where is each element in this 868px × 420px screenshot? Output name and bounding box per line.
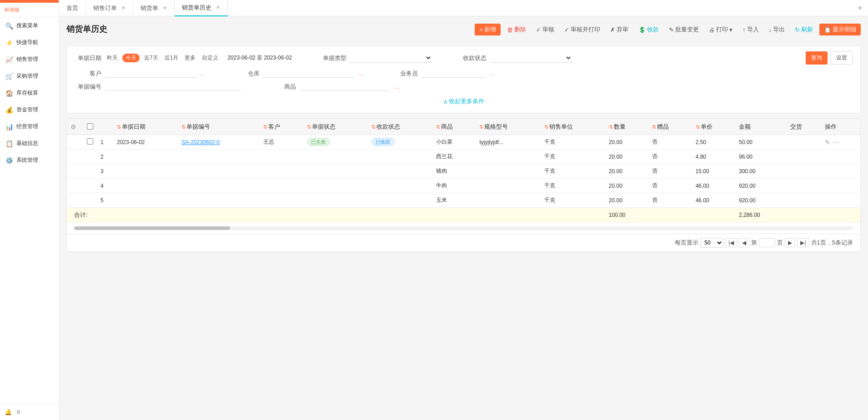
payment-status-select[interactable] xyxy=(490,53,572,63)
date-tab-1month[interactable]: 近1月 xyxy=(163,54,181,62)
td-exchange-2 xyxy=(787,150,821,164)
sidebar-item-search-menu[interactable]: 🔍 搜索菜单 xyxy=(0,17,59,34)
export-button[interactable]: ↓ 导出 xyxy=(765,24,789,35)
sidebar-item-sales[interactable]: 📈 销售管理 xyxy=(0,51,59,68)
sales-person-input[interactable] xyxy=(421,69,485,78)
sidebar-item-basic[interactable]: 📋 基础信息 xyxy=(0,135,59,152)
sidebar-item-inventory[interactable]: 🏠 库存核算 xyxy=(0,85,59,101)
th-goods[interactable]: ⇅商品 xyxy=(432,119,476,135)
th-checkbox[interactable] xyxy=(83,119,97,135)
sidebar-item-finance[interactable]: 💰 资金管理 xyxy=(0,101,59,118)
th-spec[interactable]: ⇅规格型号 xyxy=(476,119,540,135)
date-tab-custom[interactable]: 自定义 xyxy=(200,54,220,62)
td-index-2: 2 xyxy=(97,150,113,164)
print-button[interactable]: 🖨 打印 ▾ xyxy=(705,24,736,35)
td-docno-4 xyxy=(178,179,260,193)
goods-input[interactable] xyxy=(300,82,391,91)
sort-icon-goods: ⇅ xyxy=(436,124,440,130)
prev-page-button[interactable]: ◀ xyxy=(739,238,749,247)
sales-person-ellipsis[interactable]: … xyxy=(489,70,494,77)
discard-button[interactable]: ✗ 弃审 xyxy=(607,24,632,35)
refresh-button[interactable]: ↻ 刷新 xyxy=(791,24,817,35)
th-qty[interactable]: ⇅数量 xyxy=(605,119,648,135)
batch-change-button[interactable]: ✎ 批量变更 xyxy=(665,24,702,35)
collapse-button[interactable]: ∧ 收起更多条件 xyxy=(74,95,853,107)
filter-row-2: 客户 … 仓库 … 业务员 … xyxy=(74,69,853,78)
close-sales-delivery-tab[interactable]: ✕ xyxy=(163,5,167,11)
sidebar-item-purchase[interactable]: 🛒 采购管理 xyxy=(0,68,59,85)
td-exchange-1 xyxy=(787,135,821,150)
th-settings[interactable]: ⚙ xyxy=(67,119,83,135)
customer-ellipsis[interactable]: … xyxy=(200,70,205,77)
sidebar-item-system[interactable]: ⚙️ 系统管理 xyxy=(0,152,59,169)
sort-icon-qty: ⇅ xyxy=(609,124,613,130)
th-doc-no[interactable]: ⇅单据编号 xyxy=(178,119,260,135)
table-footer: 每页显示 50 100 |◀ ◀ 第 1 页 ▶ ▶| 共1页，5条记录 xyxy=(67,234,860,251)
add-button[interactable]: + 新增 xyxy=(475,24,501,35)
tab-sales-delivery[interactable]: 销货单 ✕ xyxy=(133,0,175,16)
audit-icon: ✓ xyxy=(536,26,541,33)
audit-button[interactable]: ✓ 审核 xyxy=(532,24,558,35)
query-button[interactable]: 查询 xyxy=(806,51,828,65)
edit-icon-1[interactable]: ✎ xyxy=(825,139,830,146)
td-docno-1[interactable]: SA-20230602-0 xyxy=(178,135,260,150)
tab-sales-history[interactable]: 销货单历史 ✕ xyxy=(175,0,228,16)
settings-gear-icon[interactable]: ⚙ xyxy=(70,123,76,130)
total-records: 共1页，5条记录 xyxy=(811,239,853,247)
per-page-select[interactable]: 50 100 xyxy=(700,238,723,248)
td-customer-2 xyxy=(260,150,303,164)
th-exchange: 交货 xyxy=(787,119,821,135)
sidebar-bottom-icon1[interactable]: 🔔 xyxy=(5,409,12,415)
td-customer-5 xyxy=(260,193,303,208)
import-button[interactable]: ↑ 导入 xyxy=(739,24,763,35)
td-qty-4: 20.00 xyxy=(605,179,648,193)
th-unit[interactable]: ⇅销售单位 xyxy=(541,119,605,135)
settings-button[interactable]: 设置 xyxy=(830,51,853,65)
close-sales-history-tab[interactable]: ✕ xyxy=(216,5,220,10)
audit-print-button[interactable]: ✓ 审核并打印 xyxy=(561,24,604,35)
collect-button[interactable]: 💲 收款 xyxy=(635,24,662,35)
close-sales-order-tab[interactable]: ✕ xyxy=(121,5,125,11)
th-date[interactable]: ⇅单据日期 xyxy=(113,119,178,135)
tab-sales-order[interactable]: 销售订单 ✕ xyxy=(86,0,133,16)
th-price[interactable]: ⇅单价 xyxy=(692,119,735,135)
td-checkbox-1[interactable] xyxy=(83,135,97,150)
page-title: 销货单历史 xyxy=(66,24,107,35)
delete-button[interactable]: 🗑 删除 xyxy=(503,24,530,35)
tab-home[interactable]: 首页 xyxy=(59,0,86,16)
show-detail-button[interactable]: 📋 显示明细 xyxy=(819,24,861,35)
th-doc-status[interactable]: ⇅单据状态 xyxy=(303,119,368,135)
sidebar-item-quick-nav[interactable]: ⚡ 快捷导航 xyxy=(0,34,59,51)
td-unit-2: 千克 xyxy=(541,150,605,164)
more-icon-1[interactable]: ⋯ xyxy=(833,139,839,146)
date-tab-today[interactable]: 今天 xyxy=(122,54,140,62)
collect-icon: 💲 xyxy=(638,26,646,33)
date-tab-yesterday[interactable]: 昨天 xyxy=(105,54,120,62)
warehouse-input[interactable] xyxy=(263,69,354,78)
doc-no-input[interactable] xyxy=(105,82,241,91)
sidebar-item-operation[interactable]: 📊 经营管理 xyxy=(0,118,59,135)
th-customer[interactable]: ⇅客户 xyxy=(260,119,303,135)
th-gift[interactable]: ⇅赠品 xyxy=(648,119,692,135)
close-all-tabs[interactable]: ✕ xyxy=(852,5,868,11)
first-page-button[interactable]: |◀ xyxy=(725,238,737,247)
doc-type-select[interactable] xyxy=(350,53,432,63)
row-checkbox-1[interactable] xyxy=(87,138,93,145)
sidebar-bottom-icon2[interactable]: ⏸ xyxy=(15,409,21,415)
goods-ellipsis[interactable]: … xyxy=(394,84,400,90)
sidebar-item-label: 系统管理 xyxy=(16,156,38,164)
select-all-checkbox[interactable] xyxy=(87,123,93,130)
warehouse-ellipsis[interactable]: … xyxy=(358,70,363,77)
date-tab-7days[interactable]: 近7天 xyxy=(142,54,160,62)
date-tab-more[interactable]: 更多 xyxy=(183,54,197,62)
customer-input[interactable] xyxy=(105,69,196,78)
show-detail-icon: 📋 xyxy=(824,26,831,33)
last-page-button[interactable]: ▶| xyxy=(797,238,809,247)
page-number-input[interactable]: 1 xyxy=(759,238,775,247)
th-pay-status[interactable]: ⇅收款状态 xyxy=(368,119,432,135)
next-page-button[interactable]: ▶ xyxy=(785,238,795,247)
delete-icon: 🗑 xyxy=(507,26,513,33)
horizontal-scrollbar[interactable] xyxy=(67,223,860,234)
td-customer-3 xyxy=(260,164,303,179)
td-price-4: 46.00 xyxy=(692,179,735,193)
